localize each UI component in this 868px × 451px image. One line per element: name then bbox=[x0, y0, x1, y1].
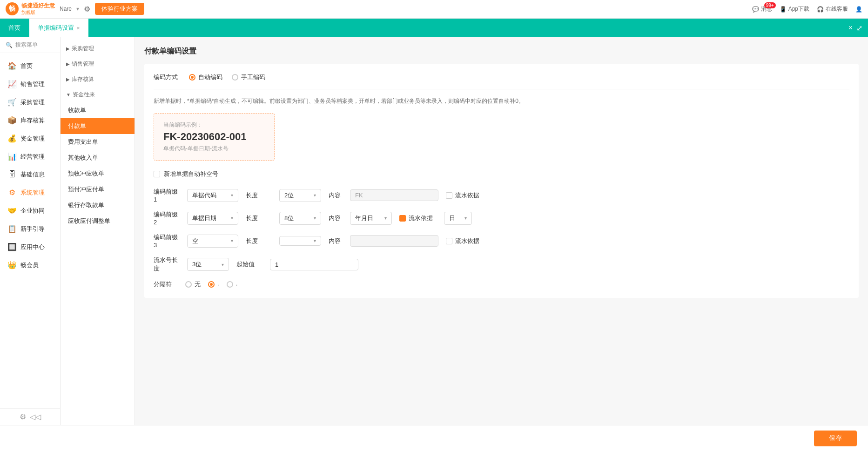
message-btn[interactable]: 💬 消息 99+ bbox=[752, 5, 772, 13]
sidebar-item-inventory[interactable]: 📦 库存核算 bbox=[0, 111, 60, 129]
app-download-btn[interactable]: 📱 App下载 bbox=[780, 5, 809, 13]
user-avatar[interactable]: 👤 bbox=[855, 6, 862, 13]
sidebar-item-operation[interactable]: 📊 经营管理 bbox=[0, 148, 60, 166]
nav-tab-home[interactable]: 首页 bbox=[0, 19, 29, 37]
top-bar-left: 畅 畅捷通好生意 旗舰版 Nare ▾ ⚙ 体验行业方案 bbox=[6, 2, 144, 15]
inventory-icon: 📦 bbox=[7, 116, 17, 125]
prefix3-content-input[interactable] bbox=[350, 235, 438, 247]
prefix1-select[interactable]: 单据代码 ▾ bbox=[187, 189, 238, 202]
content-area: 付款单编码设置 编码方式 自动编码 手工编码 新增单据时，*单据编码*自动生 bbox=[135, 37, 868, 425]
chevron-down-icon: ▾ bbox=[222, 262, 224, 267]
radio-dot-none bbox=[185, 281, 192, 288]
prefix2-row: 编码前缀2 单据日期 ▾ 长度 8位 ▾ 内容 年月日 ▾ 流水依据 bbox=[154, 210, 849, 226]
prefix1-stream-check[interactable]: 流水依据 bbox=[446, 191, 479, 200]
secondary-group-inventory[interactable]: ▶ 库存核算 bbox=[61, 72, 135, 87]
company-switcher[interactable]: ▾ bbox=[76, 6, 79, 12]
separator-label: 分隔符 bbox=[154, 280, 180, 289]
top-bar: 畅 畅捷通好生意 旗舰版 Nare ▾ ⚙ 体验行业方案 💬 消息 99+ 📱 … bbox=[0, 0, 868, 19]
nav-expand-btn[interactable]: ⤢ bbox=[856, 24, 862, 33]
main-layout: 🔍 搜索菜单 🏠 首页 📈 销售管理 🛒 采购管理 📦 库存核算 💰 bbox=[0, 37, 868, 425]
radio-dot-dot bbox=[208, 281, 215, 288]
day-select[interactable]: 日 ▾ bbox=[444, 212, 472, 225]
secondary-group-sales[interactable]: ▶ 销售管理 bbox=[61, 56, 135, 72]
secondary-group-capital[interactable]: ▼ 资金往来 bbox=[61, 87, 135, 102]
hint-text: 新增单据时，*单据编码*自动生成，不可编辑。前缀设置为部门、业务员等档案类，开单… bbox=[154, 97, 849, 106]
nav-tab-encode-setting[interactable]: 单据编码设置 × bbox=[29, 19, 88, 37]
content-label-2: 内容 bbox=[329, 214, 341, 222]
chevron-down-icon: ▾ bbox=[314, 238, 316, 243]
chevron-down-icon: ▾ bbox=[384, 215, 387, 221]
gear-icon[interactable]: ⚙ bbox=[84, 5, 90, 13]
top-bar-right: 💬 消息 99+ 📱 App下载 🎧 在线客服 👤 bbox=[752, 5, 862, 13]
chevron-right-icon: ▶ bbox=[66, 46, 70, 51]
prefix3-select[interactable]: 空 ▾ bbox=[187, 235, 238, 248]
cooperation-icon: 🤝 bbox=[7, 206, 17, 215]
sidebar-item-home[interactable]: 🏠 首页 bbox=[0, 57, 60, 75]
secondary-item-prepay-offset[interactable]: 预收冲应收单 bbox=[61, 166, 135, 182]
radio-auto-encode[interactable]: 自动编码 bbox=[189, 73, 222, 81]
sidebar-collapse-btn[interactable]: ◁◁ bbox=[30, 412, 41, 421]
sidebar-item-member[interactable]: 👑 畅会员 bbox=[0, 256, 60, 274]
check-box-2[interactable] bbox=[399, 215, 406, 222]
prefix2-stream-check[interactable]: 流水依据 bbox=[399, 214, 433, 222]
length-label-3: 长度 bbox=[246, 237, 272, 245]
message-icon: 💬 bbox=[752, 6, 759, 13]
company-name: Nare bbox=[60, 6, 72, 12]
prefix2-content-select[interactable]: 年月日 ▾ bbox=[350, 212, 392, 225]
sidebar-item-appcenter[interactable]: 🔲 应用中心 bbox=[0, 238, 60, 256]
search-icon: 🔍 bbox=[6, 42, 13, 48]
auto-fill-label: 新增单据自动补空号 bbox=[164, 170, 218, 178]
sidebar-item-cooperation[interactable]: 🤝 企业协同 bbox=[0, 202, 60, 220]
sidebar-menu: 🏠 首页 📈 销售管理 🛒 采购管理 📦 库存核算 💰 资金管理 📊 经 bbox=[0, 53, 60, 408]
sidebar-settings-btn[interactable]: ⚙ bbox=[20, 412, 26, 421]
prefix1-row: 编码前缀1 单据代码 ▾ 长度 2位 ▾ 内容 流水依据 bbox=[154, 188, 849, 203]
operation-icon: 📊 bbox=[7, 152, 17, 161]
nav-tab-close-icon[interactable]: × bbox=[77, 25, 80, 31]
radio-manual-encode[interactable]: 手工编码 bbox=[232, 73, 265, 81]
sidebar-search[interactable]: 🔍 搜索菜单 bbox=[0, 37, 60, 53]
check-box-1[interactable] bbox=[446, 192, 452, 199]
online-service-btn[interactable]: 🎧 在线客服 bbox=[817, 5, 848, 13]
prefix3-length-select[interactable]: ▾ bbox=[279, 236, 321, 246]
chevron-down-icon: ▾ bbox=[231, 215, 233, 221]
secondary-item-receipt[interactable]: 收款单 bbox=[61, 102, 135, 118]
separator-dot2[interactable]: · bbox=[227, 281, 238, 288]
auto-fill-checkbox[interactable] bbox=[154, 171, 160, 177]
home-icon: 🏠 bbox=[7, 61, 17, 70]
check-box-3[interactable] bbox=[446, 238, 452, 244]
sidebar-item-purchase[interactable]: 🛒 采购管理 bbox=[0, 93, 60, 111]
chevron-down-icon: ▾ bbox=[314, 193, 316, 198]
secondary-item-expense[interactable]: 费用支出单 bbox=[61, 134, 135, 150]
prefix1-length-select[interactable]: 2位 ▾ bbox=[279, 189, 321, 202]
sidebar-item-newguide[interactable]: 📋 新手引导 bbox=[0, 220, 60, 238]
length-label-1: 长度 bbox=[246, 191, 272, 200]
secondary-item-prepayment[interactable]: 预付冲应付单 bbox=[61, 182, 135, 197]
sidebar-item-system[interactable]: ⚙ 系统管理 bbox=[0, 183, 60, 202]
separator-dot[interactable]: · bbox=[208, 281, 219, 288]
serial-length-select[interactable]: 3位 ▾ bbox=[187, 258, 229, 271]
prefix1-content-input[interactable] bbox=[350, 189, 438, 201]
sidebar-item-sales[interactable]: 📈 销售管理 bbox=[0, 75, 60, 93]
radio-dot-dot2 bbox=[227, 281, 233, 288]
prefix3-stream-check[interactable]: 流水依据 bbox=[446, 237, 479, 245]
secondary-item-bank-deposit[interactable]: 银行存取款单 bbox=[61, 197, 135, 213]
nav-close-btn[interactable]: × bbox=[848, 24, 853, 33]
setting-card: 编码方式 自动编码 手工编码 新增单据时，*单据编码*自动生成，不可编辑。前缀设… bbox=[144, 64, 859, 298]
save-button[interactable]: 保存 bbox=[814, 431, 857, 446]
trial-button[interactable]: 体验行业方案 bbox=[95, 3, 144, 15]
nav-bar: 首页 单据编码设置 × × ⤢ bbox=[0, 19, 868, 37]
content-label-3: 内容 bbox=[329, 237, 341, 245]
bottom-bar: 保存 bbox=[0, 425, 868, 451]
sidebar-item-base[interactable]: 🗄 基础信息 bbox=[0, 166, 60, 183]
secondary-item-payment[interactable]: 付款单 bbox=[61, 118, 135, 134]
prefix2-length-select[interactable]: 8位 ▾ bbox=[279, 212, 321, 225]
sidebar-item-finance[interactable]: 💰 资金管理 bbox=[0, 129, 60, 148]
separator-none[interactable]: 无 bbox=[185, 280, 201, 289]
start-value-input[interactable] bbox=[270, 259, 358, 270]
separator-options: 无 · · bbox=[185, 280, 237, 289]
prefix2-select[interactable]: 单据日期 ▾ bbox=[187, 212, 238, 225]
secondary-item-ap-adjust[interactable]: 应收应付调整单 bbox=[61, 213, 135, 229]
secondary-item-other-income[interactable]: 其他收入单 bbox=[61, 150, 135, 166]
prefix1-label: 编码前缀1 bbox=[154, 188, 180, 203]
secondary-group-purchase[interactable]: ▶ 采购管理 bbox=[61, 41, 135, 56]
